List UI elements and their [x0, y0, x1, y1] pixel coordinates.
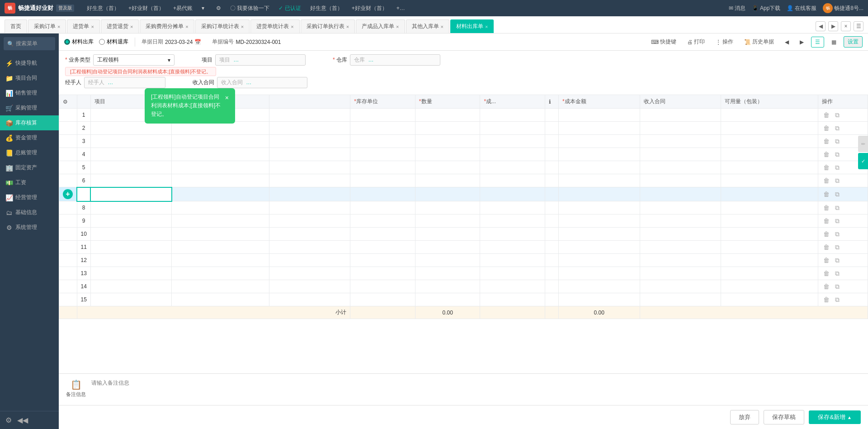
radio-material-out[interactable]: 材料出库: [64, 38, 94, 46]
tab-close-purchase-expense[interactable]: ×: [185, 24, 188, 29]
col-cost-info-header[interactable]: ℹ: [545, 95, 559, 109]
row1-delete-btn[interactable]: 🗑: [822, 110, 831, 119]
row3-available[interactable]: [721, 135, 818, 148]
search-menu-btn[interactable]: 🔍 搜索菜单: [4, 37, 55, 50]
tab-close-purchase-stats[interactable]: ×: [241, 24, 244, 29]
sidebar-item-project[interactable]: 📁 项目合同: [0, 71, 59, 86]
nav-haoshengyi[interactable]: 好生意（首）: [83, 4, 123, 13]
row6-copy-btn[interactable]: ⧉: [833, 176, 842, 185]
tab-close-finished-goods[interactable]: ×: [396, 24, 399, 29]
row3-project[interactable]: [90, 135, 172, 148]
notes-input[interactable]: [91, 378, 861, 392]
table-container[interactable]: ⚙ 项目 * *库存单位 *数量 *成... ℹ *成本金额 收入合同 可用量（…: [59, 95, 868, 373]
warehouse-dots-btn[interactable]: …: [368, 57, 373, 63]
row4-delete-btn[interactable]: 🗑: [822, 150, 831, 159]
message-btn[interactable]: ✉ 消息: [729, 5, 745, 12]
sidebar-item-salary[interactable]: 💵 工资: [0, 175, 59, 190]
row6-delete-btn[interactable]: 🗑: [822, 176, 831, 185]
row4-copy-btn[interactable]: ⧉: [833, 150, 842, 159]
sidebar-item-quicknav[interactable]: ⚡ 快捷导航: [0, 56, 59, 71]
nav-ellipsis[interactable]: +…: [393, 4, 409, 12]
row1-cost[interactable]: [480, 109, 545, 122]
discard-btn[interactable]: 放弃: [730, 410, 759, 424]
tab-receipt[interactable]: 进货单 ×: [67, 19, 99, 33]
tab-purchase-exec[interactable]: 采购订单执行表 ×: [301, 19, 355, 33]
business-type-select[interactable]: 工程领料 ▾: [93, 54, 175, 66]
tab-finished-goods[interactable]: 产成品入库单 ×: [356, 19, 405, 33]
tab-close-material-out[interactable]: ×: [485, 24, 488, 29]
row7-delete-btn[interactable]: 🗑: [822, 190, 831, 199]
nav-yidaizhang[interactable]: +易代账: [170, 4, 196, 13]
row1-unit[interactable]: [350, 109, 415, 122]
row10-copy-btn[interactable]: ⧉: [833, 229, 842, 238]
row2-cost[interactable]: [480, 122, 545, 135]
list-view-btn[interactable]: ☰: [811, 37, 824, 48]
row3-cost[interactable]: [480, 135, 545, 148]
row8-copy-btn[interactable]: ⧉: [833, 203, 842, 212]
income-contract-dots-btn[interactable]: …: [246, 79, 251, 86]
row3-income-contract[interactable]: [640, 135, 721, 148]
nav-more-dropdown[interactable]: ▾: [198, 4, 208, 12]
row12-delete-btn[interactable]: 🗑: [822, 256, 831, 265]
row1-cost-amount[interactable]: [559, 109, 640, 122]
project-input[interactable]: 项目 …: [215, 54, 306, 66]
sidebar-item-assets[interactable]: 🏢 固定资产: [0, 160, 59, 175]
nav-prev-btn[interactable]: ◀: [781, 37, 793, 47]
history-btn[interactable]: 📜 历史单据: [741, 36, 778, 48]
row13-delete-btn[interactable]: 🗑: [822, 269, 831, 278]
row3-unit[interactable]: [350, 135, 415, 148]
save-new-btn[interactable]: 保存&新增 ▲: [809, 410, 861, 424]
online-service-btn[interactable]: 👤 在线客服: [787, 5, 816, 12]
sidebar-settings-btn[interactable]: ⚙: [5, 416, 12, 424]
row7-col2[interactable]: [90, 187, 172, 201]
row2-project[interactable]: [90, 122, 172, 135]
project-dots-btn[interactable]: …: [233, 57, 239, 63]
row2-income-contract[interactable]: [640, 122, 721, 135]
row4-cost-amount[interactable]: [559, 148, 640, 161]
row3-material[interactable]: [172, 135, 269, 148]
warehouse-input[interactable]: 仓库 …: [350, 54, 440, 66]
sidebar-item-operations[interactable]: 📈 经营管理: [0, 190, 59, 205]
row2-available[interactable]: [721, 122, 818, 135]
save-new-dropdown-arrow[interactable]: ▲: [847, 415, 852, 420]
row2-unit[interactable]: [350, 122, 415, 135]
row15-copy-btn[interactable]: ⧉: [833, 295, 842, 304]
tab-prev-btn[interactable]: ◀: [816, 21, 826, 31]
nav-haoyecai2[interactable]: +好业财（首）: [348, 4, 391, 13]
sidebar-item-finance[interactable]: 💰 资金管理: [0, 130, 59, 145]
row2-cost-amount[interactable]: [559, 122, 640, 135]
save-draft-btn[interactable]: 保存草稿: [764, 410, 804, 424]
add-row-btn[interactable]: +: [63, 189, 73, 199]
tab-next-btn[interactable]: ▶: [828, 21, 838, 31]
row15-delete-btn[interactable]: 🗑: [822, 295, 831, 304]
tab-close-purchase-exec[interactable]: ×: [346, 24, 349, 29]
nav-settings-icon[interactable]: ⚙: [212, 4, 225, 12]
row2-spec[interactable]: [269, 122, 350, 135]
tab-close-receipt[interactable]: ×: [91, 24, 94, 29]
nav-next-btn[interactable]: ▶: [796, 37, 807, 47]
radio-material-return[interactable]: 材料退库: [99, 38, 128, 46]
row4-qty[interactable]: [415, 148, 480, 161]
row14-copy-btn[interactable]: ⧉: [833, 282, 842, 291]
row4-income-contract[interactable]: [640, 148, 721, 161]
sidebar-item-system[interactable]: ⚙ 系统管理: [0, 220, 59, 235]
row1-copy-btn[interactable]: ⧉: [833, 110, 842, 119]
row5-copy-btn[interactable]: ⧉: [833, 163, 842, 172]
sidebar-collapse-btn[interactable]: ◀◀: [17, 416, 28, 424]
row7-col1[interactable]: [77, 187, 90, 201]
row13-copy-btn[interactable]: ⧉: [833, 269, 842, 278]
row2-qty[interactable]: [415, 122, 480, 135]
tab-purchase-stats[interactable]: 采购订单统计表 ×: [195, 19, 250, 33]
col-settings-header[interactable]: ⚙: [59, 95, 77, 109]
row7-copy-btn[interactable]: ⧉: [833, 190, 842, 199]
user-info[interactable]: 畅 畅捷通8号...: [823, 3, 863, 13]
row4-available[interactable]: [721, 148, 818, 161]
right-float-btn-1[interactable]: ✏: [858, 136, 868, 152]
sidebar-item-basic-info[interactable]: 🗂 基础信息: [0, 205, 59, 220]
row1-available[interactable]: [721, 109, 818, 122]
tooltip-close-btn[interactable]: ×: [225, 93, 229, 103]
tab-purchase-order[interactable]: 采购订单 ×: [28, 19, 66, 33]
sidebar-item-sales[interactable]: 📊 销售管理: [0, 86, 59, 100]
row3-delete-btn[interactable]: 🗑: [822, 137, 831, 146]
tab-close-other-receipt[interactable]: ×: [441, 24, 443, 29]
